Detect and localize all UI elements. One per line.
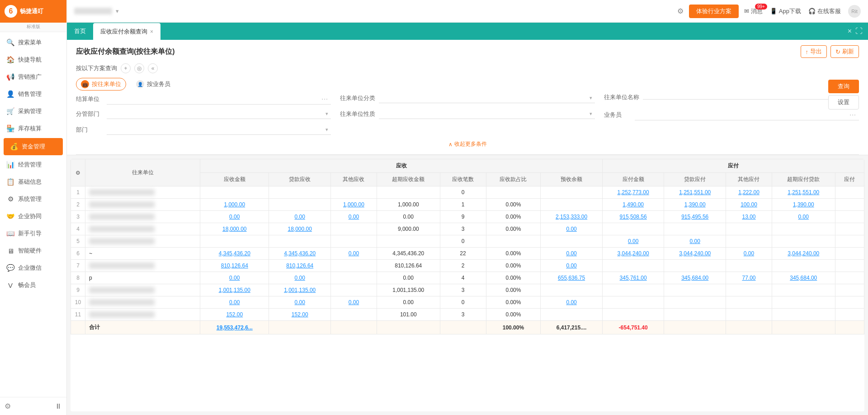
filter-input-salesperson[interactable]: ···: [635, 109, 859, 120]
filter-row-settlement: 结算单位 ···: [76, 93, 331, 105]
edit-scheme-btn[interactable]: ◎: [134, 63, 144, 73]
settings-col-header[interactable]: ⚙: [71, 159, 85, 186]
content-title-row: 应收应付余额查询(按往来单位) ↑ 导出 ↻ 刷新: [76, 45, 859, 58]
filter-input-company-name[interactable]: [643, 95, 859, 100]
ar-count-header: 应收笔数: [440, 173, 486, 186]
sidebar-item-inventory[interactable]: 🏪 库存核算: [0, 120, 66, 137]
main-content: ●●● ▾ ⚙ 体验行业方案 ✉ 消息 99+ 📱 App下载 🎧 在线客服 R…: [67, 0, 868, 415]
sidebar-item-label: 企业微信: [18, 264, 42, 272]
tab-ar-ap-query[interactable]: 应收应付余额查询 ×: [93, 23, 160, 40]
filter-input-department[interactable]: ▾: [107, 125, 331, 135]
online-service-button[interactable]: 🎧 在线客服: [808, 7, 841, 15]
sidebar-item-wechat[interactable]: 💬 企业微信: [0, 259, 66, 277]
sidebar-item-system[interactable]: ⚙ 系统管理: [0, 191, 66, 208]
table-row: 9██████████1,001,135.001,001,135.001,001…: [71, 284, 864, 296]
filter-option-label: 按往来单位: [92, 80, 121, 88]
sales-icon: 👤: [6, 90, 14, 98]
marketing-icon: 📢: [6, 73, 14, 81]
table-row: 1██████████01,252,773.001,251,551.001,22…: [71, 186, 864, 199]
service-icon: 🎧: [808, 8, 816, 14]
sidebar-item-label: 快捷导航: [18, 56, 42, 64]
export-button[interactable]: ↑ 导出: [801, 45, 827, 58]
sidebar-item-quick-nav[interactable]: 🏠 快捷导航: [0, 51, 66, 68]
filter-option-by-company[interactable]: 💼 按往来单位: [76, 78, 126, 91]
sidebar-item-label: 资金管理: [22, 143, 45, 151]
filter-label: 往来单位性质: [340, 110, 375, 118]
table-row: 6~4,345,436.204,345,436.200.004,345,436.…: [71, 248, 864, 260]
sidebar-item-hardware[interactable]: 🖥 智能硬件: [0, 242, 66, 259]
sidebar-item-basic-info[interactable]: 📋 基础信息: [0, 173, 66, 191]
total-ap-other-cell: [726, 321, 772, 334]
dots-icon: ···: [849, 111, 856, 118]
tab-home[interactable]: 首页: [67, 23, 93, 40]
purchase-icon: 🛒: [6, 107, 14, 115]
ap-overdue-header: 超期应付贷款: [772, 173, 835, 186]
chevron-up-icon: ∧: [448, 141, 453, 148]
filter-input-dept[interactable]: ▾: [107, 109, 331, 119]
chevron-down-icon: ▾: [590, 95, 592, 101]
messages-button[interactable]: ✉ 消息 99+: [744, 7, 763, 15]
arrow-btn[interactable]: «: [148, 63, 158, 73]
filter-label: 往来单位名称: [604, 93, 639, 101]
collapse-row: ∧ 收起更多条件: [76, 138, 859, 151]
topbar: ●●● ▾ ⚙ 体验行业方案 ✉ 消息 99+ 📱 App下载 🎧 在线客服 R…: [67, 0, 868, 23]
ar-other-header: 其他应收: [331, 173, 377, 186]
ap-amt-header: 应付金额: [602, 173, 664, 186]
add-scheme-btn[interactable]: +: [121, 63, 131, 73]
query-btn-group: 查询 设置: [828, 80, 859, 110]
filter-input-company-category[interactable]: ▾: [379, 93, 595, 103]
page-title: 应收应付余额查询(按往来单位): [76, 47, 175, 57]
table-row: 7██████████810,126.64810,126.64810,126.6…: [71, 260, 864, 272]
sidebar-item-guide[interactable]: 📖 新手引导: [0, 225, 66, 242]
sidebar-item-vip[interactable]: V 畅会员: [0, 277, 66, 294]
filter-input-settlement[interactable]: ···: [107, 93, 331, 105]
sidebar-item-finance[interactable]: 💰 资金管理: [4, 138, 63, 155]
sidebar-item-label: 系统管理: [18, 195, 42, 203]
filter-row-company-name: 往来单位名称 查询 设置: [604, 93, 859, 101]
sidebar-item-search-menu[interactable]: 🔍 搜索菜单: [0, 34, 66, 51]
tabbar: 首页 应收应付余额查询 × × ⛶: [67, 23, 868, 40]
ar-loan-header: 贷款应收: [269, 173, 331, 186]
filter-input-company-nature[interactable]: ▾: [379, 109, 595, 119]
query-button[interactable]: 查询: [828, 80, 859, 93]
ap-group-header: 应付: [602, 159, 864, 173]
sidebar: 6 畅捷通叮 标准版 🔍 搜索菜单 🏠 快捷导航 📢 营销推广 👤 销售管理 🛒…: [0, 0, 67, 415]
refresh-button[interactable]: ↻ 刷新: [830, 45, 859, 58]
table-row: 2██████████1,000.001,000.001,000.0010.00…: [71, 199, 864, 211]
ar-group-header: 应收: [200, 159, 603, 173]
user-avatar[interactable]: Rit: [848, 5, 861, 18]
logo-text: 畅捷通叮: [20, 8, 43, 15]
topbar-settings-icon[interactable]: ⚙: [677, 7, 684, 15]
settings-footer-btn[interactable]: ⚙: [5, 402, 11, 410]
company-col-header: 往来单位: [85, 159, 200, 186]
sidebar-item-marketing[interactable]: 📢 营销推广: [0, 68, 66, 86]
company-option-icon: 💼: [81, 80, 89, 88]
filter-nav-label: 按以下方案查询: [76, 64, 117, 72]
ap-loan-header: 贷款应付: [664, 173, 726, 186]
vip-icon: V: [6, 281, 14, 289]
total-ar-other-cell: [331, 321, 377, 334]
system-icon: ⚙: [6, 195, 14, 203]
download-icon: 📱: [770, 8, 777, 14]
settings-button[interactable]: 设置: [828, 95, 859, 110]
total-ar-amt-cell[interactable]: 19,553,472,6...: [200, 321, 269, 334]
sidebar-item-operations[interactable]: 📊 经营管理: [0, 156, 66, 173]
sidebar-item-sales[interactable]: 👤 销售管理: [0, 86, 66, 103]
filter-label: 往来单位分类: [340, 94, 375, 102]
fullscreen-icon[interactable]: ⛶: [855, 27, 863, 35]
sidebar-menu: 🔍 搜索菜单 🏠 快捷导航 📢 营销推广 👤 销售管理 🛒 采购管理 🏪 库存核…: [0, 32, 66, 397]
close-window-icon[interactable]: ×: [848, 27, 852, 35]
total-ar-overdue-cell: [377, 321, 440, 334]
tab-close-icon[interactable]: ×: [150, 29, 153, 35]
filter-option-by-salesperson[interactable]: 👤 按业务员: [132, 78, 175, 91]
industry-solution-button[interactable]: 体验行业方案: [689, 5, 739, 18]
sidebar-item-cooperation[interactable]: 🤝 企业协同: [0, 208, 66, 225]
table-row: 3██████████0.000.000.000.0090.00%2,153,3…: [71, 211, 864, 223]
filter-row-company-category: 往来单位分类 ▾: [340, 93, 595, 103]
collapse-btn[interactable]: ∧ 收起更多条件: [446, 138, 490, 151]
sidebar-item-purchase[interactable]: 🛒 采购管理: [0, 103, 66, 120]
collapse-sidebar-btn[interactable]: ⏸: [55, 402, 62, 410]
topbar-breadcrumb: ●●● ▾: [74, 8, 672, 14]
sidebar-item-label: 基础信息: [18, 178, 42, 186]
app-download-button[interactable]: 📱 App下载: [770, 7, 801, 15]
